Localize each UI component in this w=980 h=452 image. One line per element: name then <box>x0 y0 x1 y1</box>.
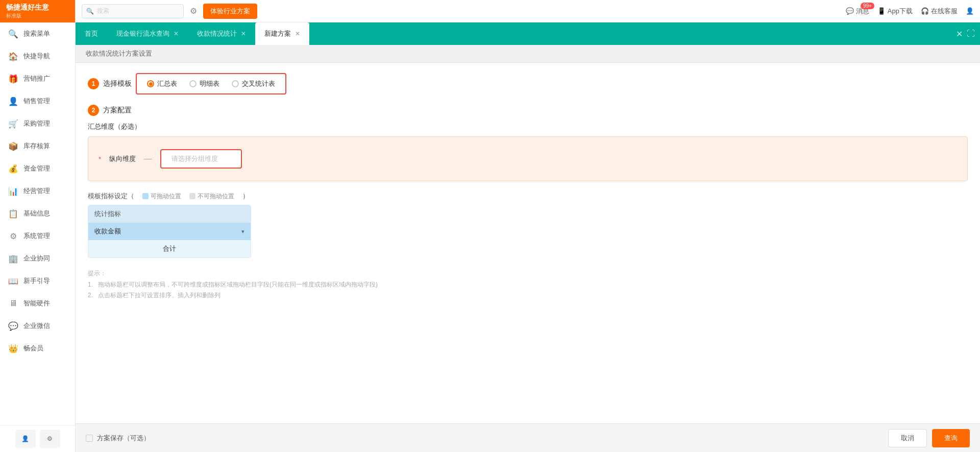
fixed-dot <box>189 193 195 199</box>
metrics-table-header: 统计指标 <box>88 205 251 223</box>
dimension-container: 汇总维度（必选） * 纵向维度 — 请选择分组维度 <box>88 122 968 181</box>
cancel-button[interactable]: 取消 <box>888 429 927 447</box>
radio-summary[interactable]: 汇总表 <box>147 79 177 88</box>
sidebar-item-marketing[interactable]: 🎁营销推广 <box>0 67 75 90</box>
sidebar-item-enterprise[interactable]: 🏢企业协同 <box>0 247 75 270</box>
topbar-search-box: 🔍 搜索 <box>82 4 184 18</box>
page-body: 1 选择模板 汇总表 明细表 交叉统计表 <box>76 63 980 423</box>
sidebar-item-quick-nav[interactable]: 🏠快捷导航 <box>0 45 75 67</box>
tab-new-plan-close[interactable]: ✕ <box>295 30 300 37</box>
tab-receipt-stats[interactable]: 收款情况统计 ✕ <box>188 22 255 45</box>
radio-cross-label: 交叉统计表 <box>242 79 275 88</box>
support-icon: 🎧 <box>921 7 929 15</box>
sidebar-item-label-basic-info: 基础信息 <box>23 209 50 218</box>
dimension-select[interactable]: 请选择分组维度 <box>160 149 242 169</box>
row-dimension-label: 纵向维度 <box>109 154 136 163</box>
topbar-right: 💬 消息 99+ 📱 App下载 🎧 在线客服 👤 <box>846 7 974 16</box>
sidebar-item-purchase[interactable]: 🛒采购管理 <box>0 112 75 135</box>
sidebar-item-label-guide: 新手引导 <box>23 276 50 286</box>
step1-label: 选择模板 <box>103 79 132 88</box>
trial-button[interactable]: 体验行业方案 <box>203 4 257 19</box>
sidebar: 畅捷通好生意 标准版 🔍搜索菜单🏠快捷导航🎁营销推广👤销售管理🛒采购管理📦库存核… <box>0 0 76 452</box>
tab-cashflow[interactable]: 现金银行流水查询 ✕ <box>107 22 188 45</box>
step1-row: 1 选择模板 汇总表 明细表 交叉统计表 <box>88 73 968 94</box>
radio-summary-inner <box>149 82 153 86</box>
metrics-row-header[interactable]: 收款金额 ▾ <box>88 223 251 240</box>
inventory-icon: 📦 <box>8 141 18 151</box>
metrics-row-total: 合计 <box>88 240 251 257</box>
radio-cross-circle <box>232 80 239 87</box>
tabbar-actions: ✕ ⛶ <box>956 29 980 39</box>
radio-detail[interactable]: 明细表 <box>189 79 219 88</box>
tab-new-plan-label: 新建方案 <box>264 29 291 38</box>
sidebar-item-label-enterprise: 企业协同 <box>23 254 50 263</box>
chevron-down-icon[interactable]: ▾ <box>241 228 244 235</box>
sidebar-item-wechat[interactable]: 💬企业微信 <box>0 315 75 337</box>
page-breadcrumb: 收款情况统计方案设置 <box>76 45 980 63</box>
metric-total-label: 合计 <box>163 245 176 252</box>
save-checkbox[interactable] <box>86 435 93 442</box>
fixed-label: 不可拖动位置 <box>198 192 234 201</box>
user-avatar[interactable]: 👤 <box>966 7 974 15</box>
tab-new-plan[interactable]: 新建方案 ✕ <box>255 22 309 45</box>
radio-detail-label: 明细表 <box>200 79 219 88</box>
metrics-label-row: 模板指标设定（ 可拖动位置 不可拖动位置 ） <box>88 192 968 201</box>
tab-receipt-stats-close[interactable]: ✕ <box>241 30 246 37</box>
sidebar-item-basic-info[interactable]: 📋基础信息 <box>0 202 75 225</box>
tips-section: 提示： 拖动标题栏可以调整布局，不可跨维度或指标区域拖动栏目字段(只能在同一维度… <box>88 268 968 301</box>
finance-icon: 💰 <box>8 163 18 174</box>
expand-icon[interactable]: ⛶ <box>967 29 975 38</box>
sidebar-menu: 🔍搜索菜单🏠快捷导航🎁营销推广👤销售管理🛒采购管理📦库存核算💰资金管理📊经营管理… <box>0 22 75 425</box>
sidebar-item-label-operations: 经营管理 <box>23 186 50 196</box>
sidebar-item-search-menu[interactable]: 🔍搜索菜单 <box>0 22 75 45</box>
query-button[interactable]: 查询 <box>932 429 970 447</box>
required-mark: * <box>99 155 101 163</box>
sidebar-item-hardware[interactable]: 🖥智能硬件 <box>0 292 75 315</box>
metrics-table: 统计指标 收款金额 ▾ 合计 <box>88 205 251 258</box>
step2-section: 2 方案配置 汇总维度（必选） * 纵向维度 — 请选择分组维度 <box>88 105 968 301</box>
sidebar-item-label-purchase: 采购管理 <box>23 119 50 128</box>
radio-cross[interactable]: 交叉统计表 <box>232 79 275 88</box>
tab-receipt-stats-label: 收款情况统计 <box>197 29 237 38</box>
radio-summary-circle <box>147 80 154 87</box>
sidebar-logo: 畅捷通好生意 标准版 <box>0 0 75 22</box>
search-menu-icon: 🔍 <box>8 29 18 39</box>
tab-home[interactable]: 首页 <box>76 22 107 45</box>
save-label: 方案保存（可选） <box>97 434 150 443</box>
main-area: 🔍 搜索 ⚙ 体验行业方案 💬 消息 99+ 📱 App下载 🎧 在线客服 👤 <box>76 0 980 452</box>
purchase-icon: 🛒 <box>8 118 18 129</box>
support-link[interactable]: 🎧 在线客服 <box>921 7 958 16</box>
dimension-title: 汇总维度（必选） <box>88 122 968 131</box>
member-icon: 👑 <box>8 343 18 353</box>
sidebar-item-inventory[interactable]: 📦库存核算 <box>0 135 75 157</box>
sidebar-item-finance[interactable]: 💰资金管理 <box>0 157 75 180</box>
guide-icon: 📖 <box>8 276 18 286</box>
tab-cashflow-close[interactable]: ✕ <box>174 30 179 37</box>
download-icon: 📱 <box>877 7 886 15</box>
tips-prefix: 提示： <box>88 270 110 277</box>
step2-row: 2 方案配置 <box>88 105 968 116</box>
settings-icon[interactable]: ⚙ <box>190 6 197 16</box>
sidebar-item-member[interactable]: 👑畅会员 <box>0 337 75 360</box>
download-link[interactable]: 📱 App下载 <box>877 7 913 16</box>
radio-summary-label: 汇总表 <box>157 79 177 88</box>
sidebar-item-label-quick-nav: 快捷导航 <box>23 52 50 61</box>
sidebar-bottom-btn-1[interactable]: 👤 <box>15 430 36 448</box>
template-options-group: 汇总表 明细表 交叉统计表 <box>136 73 286 94</box>
metrics-suffix: ） <box>242 192 249 201</box>
basic-info-icon: 📋 <box>8 208 18 219</box>
message-badge[interactable]: 💬 消息 99+ <box>846 7 869 16</box>
tip-1: 拖动标题栏可以调整布局，不可跨维度或指标区域拖动栏目字段(只能在同一维度或指标区… <box>88 279 968 291</box>
sidebar-item-system[interactable]: ⚙系统管理 <box>0 225 75 247</box>
sidebar-item-sales[interactable]: 👤销售管理 <box>0 90 75 112</box>
logo-name: 畅捷通好生意 <box>6 3 49 12</box>
save-option: 方案保存（可选） <box>86 434 150 443</box>
metrics-header-label: 统计指标 <box>94 209 121 219</box>
metrics-container: 模板指标设定（ 可拖动位置 不可拖动位置 ） 统计指标 <box>88 192 968 258</box>
sidebar-item-operations[interactable]: 📊经营管理 <box>0 180 75 202</box>
sidebar-item-guide[interactable]: 📖新手引导 <box>0 270 75 292</box>
search-icon: 🔍 <box>86 8 94 15</box>
sidebar-item-label-marketing: 营销推广 <box>23 74 50 83</box>
sidebar-bottom-btn-2[interactable]: ⚙ <box>40 430 60 448</box>
close-all-icon[interactable]: ✕ <box>956 29 963 39</box>
